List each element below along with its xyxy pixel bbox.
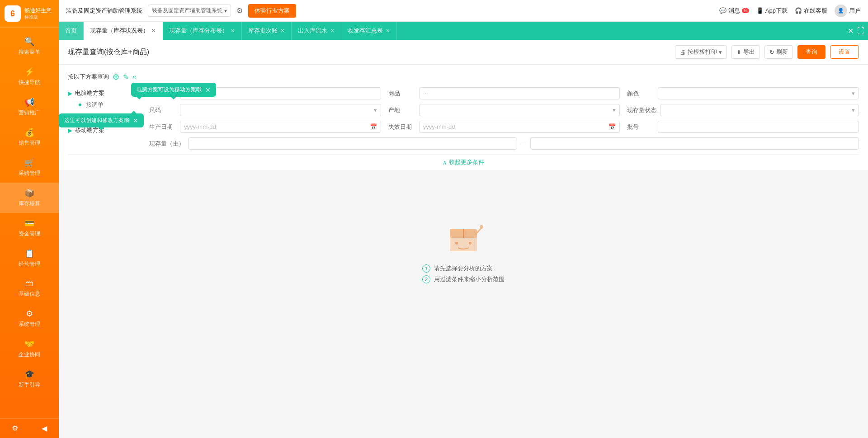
prod-date-input[interactable]: yyyy-mm-dd 📅 xyxy=(180,121,381,133)
sidebar-nav: 🔍 搜索菜单 ⚡ 快捷导航 📢 营销推广 💰 销售管理 🛒 采购管理 📦 库存核… xyxy=(0,28,59,418)
sidebar-item-system[interactable]: ⚙ 系统管理 xyxy=(0,303,59,334)
sidebar-item-purchase[interactable]: 🛒 采购管理 xyxy=(0,152,59,183)
tab-collect-label: 收发存汇总表 xyxy=(348,27,383,35)
sidebar-item-label: 库存核算 xyxy=(19,200,40,207)
tooltip-create: 这里可以创建和修改方案哦 ✕ xyxy=(59,113,144,127)
user-item[interactable]: 👤 用户 xyxy=(835,5,861,17)
app-download-label: App下载 xyxy=(765,7,788,15)
expire-date-placeholder: yyyy-mm-dd xyxy=(423,123,455,130)
tab-close-icon[interactable]: ✕ xyxy=(330,28,335,34)
stock-from-input[interactable] xyxy=(188,137,517,150)
query-btn[interactable]: 查询 xyxy=(797,45,826,59)
collapse-up-icon: ∧ xyxy=(443,159,447,166)
batch-label: 批号 xyxy=(627,123,654,131)
system-selector[interactable]: 装备及固定资产辅助管理系统 ▾ xyxy=(148,5,231,17)
export-icon: ⬆ xyxy=(736,49,741,56)
arrow-right-icon2: ▶ xyxy=(68,127,72,134)
collapse-btn[interactable]: ∧ 收起更多条件 xyxy=(68,154,859,170)
tab-home[interactable]: 首页 xyxy=(59,22,84,40)
online-service-item[interactable]: 🎧 在线客服 xyxy=(795,7,827,15)
size-select[interactable]: ▾ xyxy=(180,104,381,116)
tooltip-create-text: 这里可以创建和修改方案哦 xyxy=(64,117,129,124)
settings-bottom-icon[interactable]: ⚙ xyxy=(12,424,18,433)
sidebar-item-label: 基础信息 xyxy=(19,290,40,298)
svg-point-4 xyxy=(469,242,472,245)
tab-close-icon[interactable]: ✕ xyxy=(280,28,285,34)
chevron-down-origin: ▾ xyxy=(613,107,616,113)
tooltip-close-icon[interactable]: ✕ xyxy=(205,86,211,94)
print-template-btn[interactable]: 🖨 按模板打印 ▾ xyxy=(675,45,727,59)
notification-item[interactable]: 💬 消息 6 xyxy=(719,7,749,15)
sidebar-item-inventory[interactable]: 📦 库存核算 xyxy=(0,183,59,213)
filter-back-icon[interactable]: « xyxy=(132,73,137,81)
reset-btn[interactable]: 设置 xyxy=(830,45,859,59)
color-select[interactable]: ▾ xyxy=(658,87,859,99)
print-arrow-icon: ▾ xyxy=(719,49,722,56)
app-download-item[interactable]: 📱 App下载 xyxy=(756,7,788,15)
batch-input[interactable] xyxy=(658,121,859,133)
scheme-sub-dot xyxy=(79,104,81,106)
chevron-down-color: ▾ xyxy=(852,90,855,97)
enterprise-icon: 🤝 xyxy=(24,339,34,349)
stock-to-input[interactable] xyxy=(530,137,859,150)
empty-steps: 1 请先选择要分析的方案 2 用过滤条件来缩小分析范围 xyxy=(422,264,505,283)
quicknav-icon: ⚡ xyxy=(24,67,34,77)
filter-row-4: 现存量（主） — xyxy=(149,137,859,150)
tab-batch[interactable]: 库存批次账 ✕ xyxy=(242,22,292,40)
collapse-sidebar-icon[interactable]: ◀ xyxy=(42,424,47,433)
tab-fullscreen-icon[interactable]: ⛶ xyxy=(857,27,864,35)
settings-icon[interactable]: ⚙ xyxy=(236,6,243,15)
calendar-icon2: 📅 xyxy=(609,123,616,130)
tab-close-icon[interactable]: ✕ xyxy=(151,28,156,34)
export-btn[interactable]: ⬆ 导出 xyxy=(731,45,760,59)
sidebar-item-label: 营销推广 xyxy=(19,109,40,117)
sidebar-item-search[interactable]: 🔍 搜索菜单 xyxy=(0,31,59,61)
operations-icon: 📋 xyxy=(24,249,34,259)
tab-close-all-icon[interactable]: ✕ xyxy=(848,27,854,35)
tab-close-icon[interactable]: ✕ xyxy=(386,28,390,34)
sidebar-item-label: 采购管理 xyxy=(19,170,40,177)
step-2-text: 用过滤条件来缩小分析范围 xyxy=(434,275,505,283)
empty-step-1: 1 请先选择要分析的方案 xyxy=(422,264,505,273)
logo-text: 畅通好生意 xyxy=(24,7,52,14)
sidebar-item-operations[interactable]: 📋 经营管理 xyxy=(0,243,59,273)
sidebar-item-quicknav[interactable]: ⚡ 快捷导航 xyxy=(0,61,59,92)
scheme-desktop-label: 电脑端方案 xyxy=(75,89,104,97)
tooltip-create-close-icon[interactable]: ✕ xyxy=(133,117,138,124)
filter-add-icon[interactable]: ⊕ xyxy=(113,72,119,82)
sidebar-item-marketing[interactable]: 📢 营销推广 xyxy=(0,92,59,122)
tab-inventory-dist[interactable]: 现存量（库存分布表） ✕ xyxy=(163,22,242,40)
topbar: 装备及固定资产辅助管理系统 装备及固定资产辅助管理系统 ▾ ⚙ 体验行业方案 💬… xyxy=(59,0,868,22)
origin-select[interactable]: ▾ xyxy=(419,104,620,116)
step-num-1: 1 xyxy=(422,264,430,273)
tooltip-scheme-text: 电脑方案可设为移动方案哦 xyxy=(137,86,202,94)
sidebar-item-label: 新手引导 xyxy=(19,381,40,389)
sidebar-item-label: 经营管理 xyxy=(19,260,40,268)
filter-body: ▶ 电脑端方案 接调单 按商品 ▶ 移动端方 xyxy=(68,87,859,154)
empty-illustration xyxy=(436,211,491,257)
scheme-sub-item-1[interactable]: 接调单 xyxy=(68,99,144,111)
filter-area: 按以下方案查询 ⊕ ✎ « ▶ 电脑端方案 接调单 xyxy=(59,65,868,170)
sidebar-bottom: ⚙ ◀ xyxy=(0,418,59,438)
sidebar-item-finance[interactable]: 💳 资金管理 xyxy=(0,213,59,243)
tab-collect[interactable]: 收发存汇总表 ✕ xyxy=(341,22,397,40)
step-1-text: 请先选择要分析的方案 xyxy=(434,264,493,273)
sidebar-item-enterprise[interactable]: 🤝 企业协同 xyxy=(0,334,59,364)
sidebar-item-basic[interactable]: 🗃 基础信息 xyxy=(0,273,59,303)
filter-fields: 按仓库 ··· 商品 ··· 颜色 xyxy=(149,87,859,154)
filter-row-2: 尺码 ▾ 产地 ▾ xyxy=(149,104,859,116)
goods-select[interactable]: ··· xyxy=(419,87,620,99)
expire-date-input[interactable]: yyyy-mm-dd 📅 xyxy=(419,121,620,133)
filter-field-goods: 商品 ··· xyxy=(388,87,620,99)
sidebar-item-label: 企业协同 xyxy=(19,351,40,358)
sidebar-item-sales[interactable]: 💰 销售管理 xyxy=(0,122,59,152)
filter-edit-icon[interactable]: ✎ xyxy=(123,73,129,81)
industry-btn[interactable]: 体验行业方案 xyxy=(248,4,296,18)
tab-close-icon[interactable]: ✕ xyxy=(231,28,235,34)
sidebar-item-guide[interactable]: 🎓 新手引导 xyxy=(0,364,59,394)
stock-status-select[interactable]: ▾ xyxy=(660,104,859,116)
tab-inventory-status[interactable]: 现存量（库存状况表） ✕ xyxy=(84,22,163,40)
tab-inout[interactable]: 出入库流水 ✕ xyxy=(292,22,341,40)
tab-inventory-status-label: 现存量（库存状况表） xyxy=(90,27,149,35)
refresh-btn[interactable]: ↻ 刷新 xyxy=(764,45,793,59)
